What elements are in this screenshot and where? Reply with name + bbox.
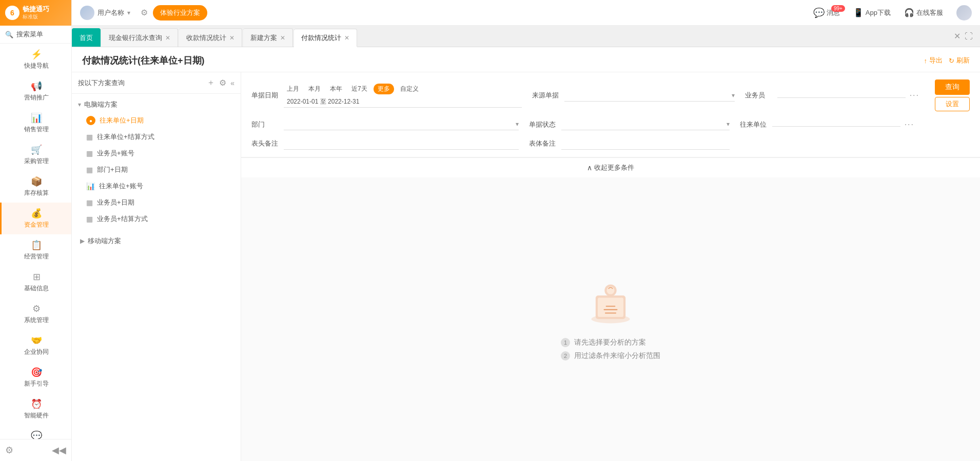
- sidebar-item-basic[interactable]: ⊞ 基础信息: [0, 266, 71, 298]
- empty-state: 1 请先选择要分析的方案 2 用过滤条件来缩小分析范围: [241, 177, 980, 461]
- sidebar-item-quick-nav[interactable]: ⚡ 快捷导航: [0, 44, 71, 75]
- sidebar-item-finance[interactable]: 💰 资金管理: [0, 203, 71, 234]
- sidebar-item-label: 企业协同: [24, 348, 49, 356]
- mobile-scheme-section: ▶ 移动端方案: [72, 230, 241, 252]
- tab-receivable[interactable]: 收款情况统计 ✕: [179, 28, 242, 47]
- settings-scheme-icon[interactable]: ⚙: [219, 78, 226, 88]
- sidebar-item-hardware[interactable]: ⏰ 智能硬件: [0, 393, 71, 425]
- customer-ellipsis-icon[interactable]: ···: [905, 120, 914, 129]
- topbar-profile[interactable]: 用户名称 ▾: [80, 6, 130, 20]
- scheme-item-customer-settlement[interactable]: ▦ 往来单位+结算方式: [72, 129, 241, 145]
- dept-chevron-icon: ▾: [516, 121, 519, 128]
- mobile-section-header[interactable]: ▶ 移动端方案: [72, 233, 241, 249]
- sidebar-item-ops[interactable]: 📋 经营管理: [0, 234, 71, 266]
- tab-new-scheme-close-icon[interactable]: ✕: [280, 34, 285, 42]
- service-icon: 🎧: [904, 8, 914, 17]
- date-tag-this-year[interactable]: 本年: [327, 84, 345, 94]
- empty-tip-2: 2 用过滤条件来缩小分析范围: [561, 351, 660, 360]
- date-tag-7days[interactable]: 近7天: [348, 84, 370, 94]
- user-avatar[interactable]: [956, 5, 972, 21]
- sidebar-search[interactable]: 🔍 搜索菜单: [0, 26, 71, 44]
- profile-avatar: [80, 6, 94, 20]
- tab-cashflow[interactable]: 现金银行流水查询 ✕: [102, 28, 178, 47]
- sidebar-item-sales[interactable]: 📊 销售管理: [0, 107, 71, 139]
- settings-btn[interactable]: 设置: [935, 97, 970, 111]
- sidebar-item-marketing[interactable]: 📢 营销推广: [0, 75, 71, 107]
- sidebar-item-guide[interactable]: 🎯 新手引导: [0, 362, 71, 393]
- tab-receivable-label: 收款情况统计: [186, 33, 226, 43]
- dept-label: 部门: [251, 120, 280, 129]
- tab-payment-stat-close-icon[interactable]: ✕: [344, 34, 349, 42]
- sidebar-item-corp[interactable]: 🤝 企业协同: [0, 330, 71, 362]
- filter-doc-status: 单据状态 ▾: [529, 118, 730, 130]
- scheme-item-dept-date[interactable]: ▦ 部门+日期: [72, 162, 241, 178]
- collapse-sidebar-icon[interactable]: ◀◀: [52, 445, 66, 456]
- tip-text-2: 用过滤条件来缩小分析范围: [574, 351, 660, 360]
- date-range-input[interactable]: 2022-01-01 至 2022-12-31: [284, 96, 522, 108]
- date-tag-this-month[interactable]: 本月: [305, 84, 324, 94]
- tab-payment-stat[interactable]: 付款情况统计 ✕: [294, 29, 357, 47]
- guide-icon: 🎯: [31, 367, 42, 378]
- scheme-item-staff-settlement[interactable]: ▦ 业务员+结算方式: [72, 211, 241, 227]
- filter-section: 单据日期 上月 本月 本年 近7天 更多 自定义 2022-: [241, 72, 980, 157]
- hardware-icon: ⏰: [31, 398, 42, 410]
- tabs-close-all-icon[interactable]: ✕: [952, 29, 963, 43]
- tabs-expand-icon[interactable]: ⛶: [963, 30, 975, 43]
- msg-badge: 99+: [831, 5, 845, 12]
- collapse-more-btn[interactable]: ∧ 收起更多条件: [241, 157, 980, 177]
- scheme-item-staff-date[interactable]: ▦ 业务员+日期: [72, 194, 241, 211]
- weixin-icon: 💬: [31, 430, 42, 439]
- mobile-section-arrow-icon: ▶: [80, 237, 85, 245]
- page-header: 付款情况统计(往来单位+日期) ↑ 导出 ↻ 刷新: [72, 47, 980, 72]
- sales-icon: 📊: [31, 112, 42, 124]
- panel-header: 按以下方案查询 ＋ ⚙ «: [72, 72, 241, 94]
- settings-footer-icon[interactable]: ⚙: [5, 445, 13, 456]
- tab-home-label: 首页: [80, 33, 93, 43]
- tab-home[interactable]: 首页: [72, 28, 101, 47]
- query-btn[interactable]: 查询: [935, 79, 970, 95]
- empty-tip-1: 1 请先选择要分析的方案: [561, 338, 660, 347]
- source-dropdown[interactable]: ▾: [564, 90, 735, 102]
- date-tag-custom[interactable]: 自定义: [397, 84, 422, 94]
- scheme-item-staff-account[interactable]: ▦ 业务员+账号: [72, 145, 241, 162]
- sidebar-item-weixin[interactable]: 💬 企业微信: [0, 425, 71, 439]
- date-tag-more[interactable]: 更多: [374, 84, 394, 94]
- scheme-item-label: 业务员+结算方式: [97, 214, 148, 224]
- refresh-btn[interactable]: ↻ 刷新: [949, 56, 970, 65]
- topbar-msg[interactable]: 💬 消息 99+: [813, 7, 840, 18]
- left-panel: 按以下方案查询 ＋ ⚙ « ▾ 电脑端方案 ● 往来单位+日期 ▦: [72, 72, 241, 461]
- topbar-settings-icon[interactable]: ⚙: [141, 8, 148, 17]
- customer-input[interactable]: [772, 122, 900, 127]
- sidebar-item-system[interactable]: ⚙ 系统管理: [0, 298, 71, 330]
- staff-input[interactable]: [777, 93, 906, 98]
- scheme-item-customer-account[interactable]: 📊 往来单位+账号: [72, 178, 241, 194]
- header-note-input[interactable]: [284, 137, 519, 150]
- topbar-service[interactable]: 🎧 在线客服: [904, 8, 943, 17]
- staff-ellipsis-icon[interactable]: ···: [910, 91, 919, 100]
- trial-btn[interactable]: 体验行业方案: [153, 5, 207, 21]
- scheme-item-customer-date[interactable]: ● 往来单位+日期: [72, 112, 241, 129]
- desktop-section-header[interactable]: ▾ 电脑端方案: [72, 97, 241, 112]
- tab-payment-stat-label: 付款情况统计: [301, 33, 341, 43]
- sidebar-item-inventory[interactable]: 📦 库存核算: [0, 171, 71, 203]
- dept-dropdown[interactable]: ▾: [284, 118, 519, 130]
- scheme-grid-icon: ▦: [86, 149, 93, 157]
- doc-status-chevron-icon: ▾: [727, 121, 730, 128]
- filter-header-note: 表头备注: [251, 137, 519, 150]
- export-btn[interactable]: ↑ 导出: [924, 56, 943, 65]
- body-note-input[interactable]: [561, 137, 730, 150]
- date-tag-last-month[interactable]: 上月: [284, 84, 302, 94]
- filter-staff: 业务员 ···: [745, 91, 919, 100]
- doc-status-dropdown[interactable]: ▾: [561, 118, 730, 130]
- collapse-panel-icon[interactable]: «: [230, 79, 234, 87]
- add-scheme-icon[interactable]: ＋: [207, 77, 215, 88]
- tab-new-scheme[interactable]: 新建方案 ✕: [243, 28, 293, 47]
- tip-num-1: 1: [561, 338, 570, 347]
- panel-title: 按以下方案查询: [78, 78, 125, 88]
- sidebar-item-purchase[interactable]: 🛒 采购管理: [0, 139, 71, 171]
- topbar-app-download[interactable]: 📱 App下载: [853, 8, 891, 17]
- tab-cashflow-close-icon[interactable]: ✕: [165, 34, 170, 42]
- source-label: 来源单据: [532, 91, 560, 100]
- tab-receivable-close-icon[interactable]: ✕: [229, 34, 234, 42]
- scheme-grid-icon: ▦: [86, 215, 93, 223]
